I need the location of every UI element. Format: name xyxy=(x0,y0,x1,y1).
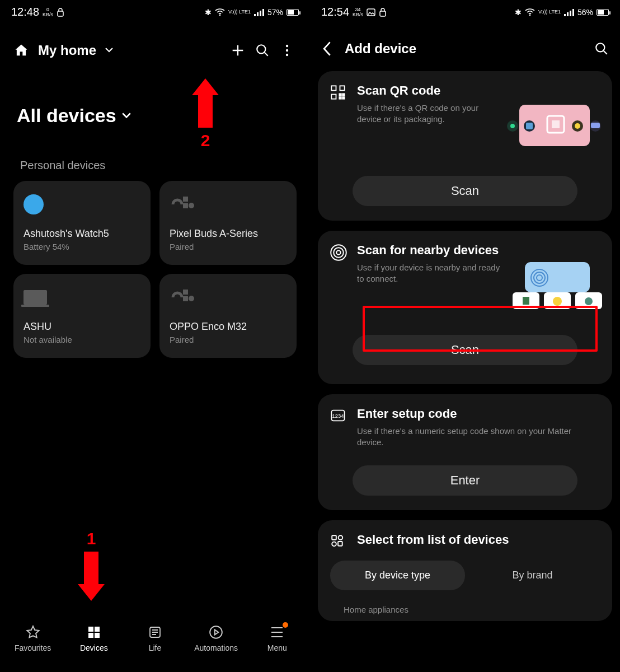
screen-add-device: 12:54 34 KB/s ✱ Vo)) LTE1 56% xyxy=(310,0,620,672)
wifi-icon xyxy=(215,8,225,16)
back-button[interactable] xyxy=(321,41,334,57)
svg-point-64 xyxy=(339,535,343,540)
notification-badge xyxy=(283,622,288,628)
topbar: My home xyxy=(0,21,310,66)
device-status: Paired xyxy=(170,335,286,344)
battery-icon xyxy=(286,9,299,16)
more-button[interactable] xyxy=(278,41,297,60)
chevron-down-icon xyxy=(122,113,131,119)
earbuds-icon xyxy=(170,192,286,217)
device-card-pixelbuds[interactable]: Pixel Buds A-Series Paired xyxy=(159,181,297,265)
svg-rect-5 xyxy=(262,9,264,16)
svg-rect-43 xyxy=(526,123,533,129)
svg-rect-2 xyxy=(254,14,256,16)
image-icon xyxy=(367,8,375,16)
svg-rect-4 xyxy=(260,11,261,16)
svg-rect-25 xyxy=(564,14,566,16)
svg-rect-47 xyxy=(591,123,600,128)
card-title: Enter setup code xyxy=(357,407,600,421)
nav-favourites[interactable]: Favourites xyxy=(2,624,63,652)
qr-illustration xyxy=(507,100,602,151)
nav-life[interactable]: Life xyxy=(124,624,185,652)
location-dropdown[interactable]: My home xyxy=(38,43,96,58)
nav-label: Life xyxy=(149,643,162,652)
nav-devices[interactable]: Devices xyxy=(63,624,124,652)
card-scan-nearby: Scan for nearby devices Use if your devi… xyxy=(318,231,612,385)
radar-icon xyxy=(330,244,347,261)
svg-point-49 xyxy=(334,248,344,258)
life-icon xyxy=(147,624,163,640)
battery-percent: 56% xyxy=(577,8,593,17)
svg-point-7 xyxy=(286,45,288,47)
tab-by-brand[interactable]: By brand xyxy=(465,561,600,590)
svg-point-9 xyxy=(286,54,288,56)
svg-point-45 xyxy=(575,123,580,129)
card-select-list: Select from list of devices By device ty… xyxy=(318,520,612,621)
svg-rect-63 xyxy=(332,535,336,540)
status-data-rate: 34 KB/s xyxy=(353,7,363,17)
svg-rect-35 xyxy=(339,97,341,99)
nav-automations[interactable]: Automations xyxy=(186,624,247,652)
svg-point-58 xyxy=(553,297,562,306)
star-icon xyxy=(25,624,41,640)
svg-point-12 xyxy=(189,203,194,208)
page-title: Add device xyxy=(345,41,583,57)
qr-icon xyxy=(330,85,347,101)
svg-rect-33 xyxy=(339,94,341,96)
svg-rect-27 xyxy=(570,11,571,16)
chevron-down-icon[interactable] xyxy=(105,48,113,53)
nav-label: Automations xyxy=(194,643,238,652)
svg-rect-23 xyxy=(380,11,386,16)
svg-rect-13 xyxy=(183,290,188,295)
laptop-icon xyxy=(24,290,47,305)
signal-icon xyxy=(564,8,574,16)
svg-point-15 xyxy=(189,296,194,301)
enter-code-button[interactable]: Enter xyxy=(353,465,577,496)
status-time: 12:48 xyxy=(11,6,39,18)
svg-point-24 xyxy=(529,14,531,16)
svg-text:1234: 1234 xyxy=(332,413,344,419)
device-card-watch[interactable]: Ashutosh's Watch5 Battery 54% xyxy=(13,181,151,265)
battery-icon xyxy=(596,9,609,16)
status-bar: 12:48 0 KB/s ✱ Vo)) LTE1 57% xyxy=(0,0,310,21)
all-devices-dropdown[interactable]: All devices xyxy=(0,66,310,132)
device-name: OPPO Enco M32 xyxy=(170,321,286,333)
svg-point-8 xyxy=(286,49,288,52)
battery-percent: 57% xyxy=(267,8,283,17)
svg-point-29 xyxy=(596,43,604,52)
annotation-highlight xyxy=(363,306,598,352)
scan-qr-button[interactable]: Scan xyxy=(353,176,577,206)
tab-by-device-type[interactable]: By device type xyxy=(330,561,465,590)
status-data-rate: 0 KB/s xyxy=(43,7,53,17)
search-button[interactable] xyxy=(594,41,609,56)
device-status: Not available xyxy=(24,335,140,344)
card-title: Scan QR code xyxy=(357,83,600,98)
add-button[interactable] xyxy=(228,41,247,60)
svg-rect-28 xyxy=(572,9,574,16)
home-icon[interactable] xyxy=(13,43,29,58)
card-desc: Use if your device is nearby and ready t… xyxy=(357,262,502,285)
nav-label: Devices xyxy=(80,643,108,652)
svg-point-21 xyxy=(210,626,222,638)
svg-rect-10 xyxy=(183,197,188,202)
status-bar: 12:54 34 KB/s ✱ Vo)) LTE1 56% xyxy=(310,0,620,21)
svg-rect-39 xyxy=(552,120,560,128)
list-icon xyxy=(330,534,347,550)
search-button[interactable] xyxy=(253,41,272,60)
device-status: Paired xyxy=(170,242,286,251)
signal-icon xyxy=(254,8,264,16)
svg-rect-0 xyxy=(58,11,63,16)
device-card-ashu[interactable]: ASHU Not available xyxy=(13,274,151,358)
svg-point-6 xyxy=(257,45,265,53)
personal-devices-heading: Personal devices xyxy=(0,132,310,181)
lock-icon xyxy=(57,8,64,17)
network-icon: Vo)) LTE1 xyxy=(228,10,251,15)
nav-menu[interactable]: Menu xyxy=(247,624,308,652)
svg-point-65 xyxy=(332,542,336,546)
device-card-oppo[interactable]: OPPO Enco M32 Paired xyxy=(159,274,297,358)
svg-point-60 xyxy=(585,297,593,305)
screen-devices: 12:48 0 KB/s ✱ Vo)) LTE1 57% My h xyxy=(0,0,310,672)
card-desc: Use if there's a numeric setup code show… xyxy=(357,426,600,449)
device-name: ASHU xyxy=(24,321,140,333)
svg-rect-66 xyxy=(338,542,342,546)
